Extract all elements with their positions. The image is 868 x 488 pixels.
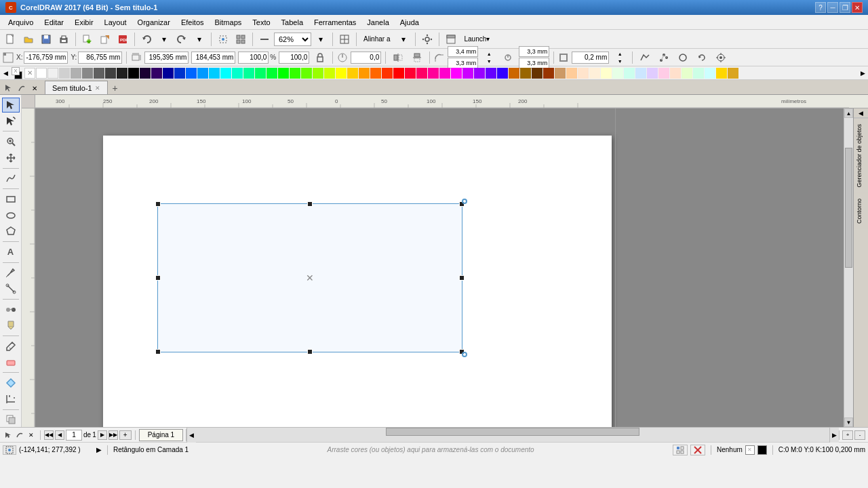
bottom-freehand-tool[interactable] bbox=[14, 430, 25, 441]
color-swatch[interactable] bbox=[509, 68, 519, 79]
close-curve[interactable] bbox=[675, 50, 691, 65]
polygon-tool[interactable] bbox=[2, 224, 20, 239]
color-swatch[interactable] bbox=[174, 68, 185, 79]
menu-exibir[interactable]: Exibir bbox=[69, 15, 99, 30]
undo-dropdown[interactable]: ▾ bbox=[156, 32, 172, 47]
color-swatch[interactable] bbox=[555, 68, 566, 79]
outline-input[interactable] bbox=[572, 52, 609, 64]
vscroll-up[interactable]: ▲ bbox=[844, 108, 853, 118]
canvas-wrapper[interactable]: 300 250 200 150 100 50 0 50 100 150 200 … bbox=[22, 95, 868, 427]
color-swatch[interactable] bbox=[290, 68, 300, 79]
color-swatch[interactable] bbox=[117, 68, 127, 79]
color-swatch[interactable] bbox=[94, 68, 104, 79]
color-swatch[interactable] bbox=[728, 68, 738, 79]
color-swatch[interactable] bbox=[36, 68, 47, 79]
rectangle-tool[interactable] bbox=[2, 192, 20, 207]
color-swatch[interactable] bbox=[128, 68, 139, 79]
shadow-tool[interactable] bbox=[2, 412, 20, 427]
color-swatch[interactable] bbox=[163, 68, 174, 79]
menu-tabela[interactable]: Tabela bbox=[276, 15, 309, 30]
color-swatch[interactable] bbox=[243, 68, 254, 79]
contorno-panel-tab[interactable]: Contorno bbox=[854, 193, 868, 229]
hscroll-left[interactable]: ◀ bbox=[186, 428, 196, 443]
color-swatch[interactable] bbox=[347, 68, 358, 79]
color-swatch[interactable] bbox=[497, 68, 508, 79]
ellipse-tool[interactable] bbox=[2, 208, 20, 223]
align-dropdown[interactable]: ▾ bbox=[395, 32, 412, 47]
bottom-close-btn[interactable]: ✕ bbox=[26, 430, 37, 441]
outline-color-status[interactable] bbox=[757, 445, 767, 455]
save-button[interactable] bbox=[38, 32, 54, 47]
launch-button[interactable]: Launch ▾ bbox=[460, 32, 493, 47]
eraser-tool[interactable] bbox=[2, 355, 20, 370]
pointer-tool[interactable] bbox=[2, 98, 20, 113]
bottom-pointer-tool[interactable] bbox=[3, 430, 14, 441]
color-swatch[interactable] bbox=[532, 68, 542, 79]
horizontal-scrollbar[interactable]: ◀ ▶ bbox=[186, 428, 839, 442]
tab-close[interactable]: ✕ bbox=[95, 85, 100, 92]
h-pct-input[interactable] bbox=[279, 52, 309, 64]
color-swatch[interactable] bbox=[647, 68, 658, 79]
grid-button[interactable] bbox=[233, 32, 249, 47]
print-button[interactable] bbox=[56, 32, 72, 47]
color-swatch[interactable] bbox=[543, 68, 554, 79]
color-swatch[interactable] bbox=[278, 68, 289, 79]
redo-button[interactable] bbox=[174, 32, 190, 47]
color-swatch[interactable] bbox=[151, 68, 162, 79]
color-swatch[interactable] bbox=[451, 68, 462, 79]
hscroll-right[interactable]: ▶ bbox=[829, 428, 839, 443]
menu-efeitos[interactable]: Efeitos bbox=[176, 15, 210, 30]
blend-tool[interactable] bbox=[2, 302, 20, 317]
restore-button[interactable]: ❐ bbox=[840, 2, 850, 13]
next-page-button[interactable]: ▶ bbox=[98, 430, 107, 440]
color-swatch[interactable] bbox=[186, 68, 197, 79]
zoom-out-view[interactable]: - bbox=[854, 430, 865, 440]
eyedropper-tool[interactable] bbox=[2, 339, 20, 354]
color-swatch[interactable] bbox=[601, 68, 612, 79]
pdf-button[interactable]: PDF bbox=[115, 32, 131, 47]
color-swatch[interactable] bbox=[197, 68, 208, 79]
fill-tool[interactable] bbox=[2, 318, 20, 333]
handle-mid-right[interactable] bbox=[459, 275, 465, 281]
corner-lock[interactable] bbox=[500, 50, 516, 65]
color-swatch[interactable] bbox=[428, 68, 439, 79]
color-swatch[interactable] bbox=[232, 68, 243, 79]
page1-tab[interactable]: Página 1 bbox=[139, 429, 183, 441]
menu-bitmaps[interactable]: Bitmaps bbox=[210, 15, 248, 30]
color-swatch[interactable] bbox=[82, 68, 93, 79]
color-swatch[interactable] bbox=[578, 68, 589, 79]
color-swatch[interactable] bbox=[693, 68, 704, 79]
outline-up[interactable]: ▲ bbox=[612, 50, 628, 58]
color-swatch[interactable] bbox=[220, 68, 231, 79]
handle-bottom-left[interactable] bbox=[155, 349, 161, 354]
canvas-background[interactable]: ✕ bbox=[35, 108, 853, 427]
panel-expand-btn[interactable]: ◀ bbox=[854, 108, 868, 118]
freehand-tab[interactable] bbox=[16, 82, 28, 94]
add-page-button[interactable]: + bbox=[119, 430, 132, 440]
align-button[interactable]: Alinhar a bbox=[360, 32, 393, 47]
add-tab-button[interactable]: + bbox=[109, 82, 121, 94]
window-button[interactable] bbox=[443, 32, 459, 47]
w-input[interactable] bbox=[144, 52, 189, 64]
mirror-h-button[interactable] bbox=[390, 50, 406, 65]
color-swatch[interactable] bbox=[71, 68, 81, 79]
new-button[interactable] bbox=[3, 32, 19, 47]
snap-button[interactable] bbox=[215, 32, 231, 47]
handle-mid-left[interactable] bbox=[155, 275, 161, 281]
color-swatch[interactable] bbox=[682, 68, 692, 79]
snap-toggle[interactable] bbox=[673, 445, 688, 455]
handle-bottom-mid[interactable] bbox=[307, 349, 313, 354]
corner-down[interactable]: ▼ bbox=[481, 58, 497, 65]
no-snap-indicator[interactable] bbox=[690, 445, 705, 455]
export-button[interactable] bbox=[97, 32, 113, 47]
color-swatch[interactable] bbox=[47, 68, 58, 79]
color-swatch[interactable] bbox=[393, 68, 404, 79]
zoom-select[interactable]: 62% 50% 75% 100% bbox=[274, 33, 311, 46]
menu-arquivo[interactable]: Arquivo bbox=[3, 15, 39, 30]
hscroll-thumb[interactable] bbox=[386, 428, 639, 436]
zoom-tool[interactable] bbox=[2, 134, 20, 149]
color-swatch[interactable] bbox=[105, 68, 116, 79]
color-swatch[interactable] bbox=[612, 68, 623, 79]
color-swatch[interactable] bbox=[520, 68, 531, 79]
zoom-out-btn[interactable] bbox=[256, 32, 273, 47]
